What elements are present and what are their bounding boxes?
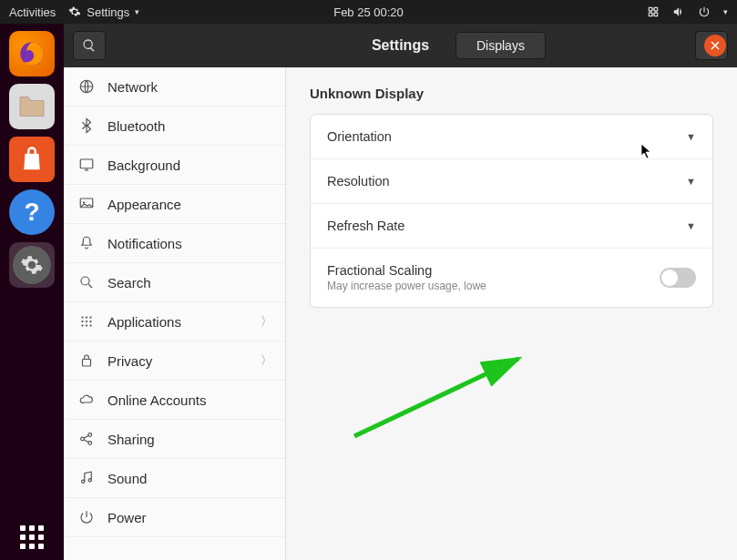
- sidebar-item-label: Background: [107, 158, 180, 173]
- svg-rect-15: [83, 360, 91, 367]
- bluetooth-icon: [78, 117, 95, 134]
- grid-icon: [78, 313, 95, 330]
- setting-label: Fractional Scaling: [327, 263, 486, 278]
- sidebar-item-label: Online Accounts: [107, 392, 206, 408]
- display-settings-group: Orientation ▼ Resolution ▼ Refresh Rate …: [310, 114, 713, 308]
- sidebar-item-network[interactable]: Network: [64, 67, 285, 107]
- settings-sidebar: Network Bluetooth Background Appearance …: [64, 67, 286, 560]
- svg-point-8: [89, 316, 91, 318]
- sidebar-item-power[interactable]: Power: [64, 498, 285, 537]
- sidebar-item-sound[interactable]: Sound: [64, 459, 285, 498]
- sidebar-item-appearance[interactable]: Appearance: [64, 185, 285, 224]
- sidebar-item-label: Appearance: [107, 197, 181, 212]
- search-icon: [78, 274, 95, 290]
- shopping-bag-icon: [18, 146, 46, 173]
- resolution-row[interactable]: Resolution ▼: [311, 159, 712, 204]
- svg-point-13: [86, 324, 87, 326]
- display-section-title: Unknown Display: [310, 86, 713, 101]
- close-button[interactable]: [704, 35, 726, 56]
- fractional-scaling-row: Fractional Scaling May increase power us…: [311, 249, 712, 307]
- share-icon: [78, 431, 95, 447]
- music-icon: [78, 470, 95, 486]
- search-icon: [82, 38, 97, 53]
- chevron-down-icon: ▼: [686, 220, 696, 231]
- svg-point-5: [81, 277, 89, 285]
- sidebar-item-privacy[interactable]: Privacy〉: [64, 341, 285, 381]
- bell-icon: [78, 235, 95, 251]
- svg-point-4: [83, 201, 85, 203]
- dock-files[interactable]: [9, 84, 55, 129]
- annotation-arrow: [350, 350, 532, 441]
- dock-firefox[interactable]: [9, 31, 55, 76]
- appearance-icon: [78, 196, 95, 212]
- app-menu-label: Settings: [87, 5, 129, 19]
- sidebar-item-label: Sharing: [107, 432, 155, 447]
- chevron-down-icon: ▼: [686, 176, 696, 187]
- chevron-right-icon: 〉: [261, 313, 272, 330]
- sidebar-item-online-accounts[interactable]: Online Accounts: [64, 381, 285, 420]
- svg-rect-2: [80, 159, 93, 168]
- chevron-down-icon: ▼: [686, 131, 696, 142]
- sidebar-item-label: Power: [107, 510, 147, 525]
- settings-window: Settings Displays Network Bluetooth Back…: [64, 24, 737, 560]
- sidebar-item-label: Notifications: [107, 236, 182, 251]
- sidebar-item-label: Privacy: [107, 353, 152, 369]
- sidebar-item-sharing[interactable]: Sharing: [64, 420, 285, 459]
- power-icon: [78, 509, 95, 525]
- sidebar-item-background[interactable]: Background: [64, 146, 285, 185]
- dock-software[interactable]: [9, 137, 55, 182]
- svg-point-6: [81, 316, 83, 318]
- sidebar-item-applications[interactable]: Applications〉: [64, 302, 285, 341]
- sidebar-item-label: Applications: [107, 314, 181, 330]
- gear-icon: [68, 5, 81, 18]
- clock[interactable]: Feb 25 00:20: [333, 5, 404, 19]
- system-menu-caret-icon[interactable]: ▾: [723, 7, 728, 16]
- volume-icon[interactable]: [672, 5, 685, 18]
- activities-button[interactable]: Activities: [9, 5, 56, 19]
- caret-down-icon: ▾: [135, 7, 139, 16]
- folder-icon: [17, 95, 46, 118]
- svg-point-20: [88, 479, 91, 482]
- headerbar: Settings Displays: [64, 24, 737, 67]
- dock: ?: [0, 24, 64, 560]
- window-title: Settings: [113, 37, 688, 54]
- sidebar-item-search[interactable]: Search: [64, 263, 285, 302]
- orientation-row[interactable]: Orientation ▼: [311, 115, 712, 159]
- app-menu[interactable]: Settings ▾: [68, 5, 139, 19]
- refresh-rate-row[interactable]: Refresh Rate ▼: [311, 204, 712, 249]
- power-icon[interactable]: [698, 5, 711, 18]
- svg-point-14: [89, 324, 91, 326]
- setting-label: Resolution: [327, 174, 390, 188]
- sidebar-item-label: Search: [107, 275, 151, 290]
- network-icon[interactable]: [647, 5, 660, 18]
- search-button[interactable]: [73, 31, 106, 60]
- svg-point-12: [81, 324, 83, 326]
- svg-point-11: [89, 321, 91, 322]
- cloud-icon: [78, 392, 95, 408]
- dock-settings[interactable]: [9, 242, 55, 288]
- top-panel: Activities Settings ▾ Feb 25 00:20 ▾: [0, 0, 737, 24]
- svg-line-21: [354, 359, 518, 436]
- firefox-icon: [16, 38, 47, 69]
- lock-icon: [78, 352, 95, 369]
- svg-point-19: [82, 480, 85, 483]
- sidebar-item-label: Network: [107, 79, 158, 95]
- setting-label: Refresh Rate: [327, 219, 404, 233]
- dock-help[interactable]: ?: [9, 189, 55, 235]
- content-pane: Unknown Display Orientation ▼ Resolution…: [286, 67, 737, 560]
- svg-point-10: [86, 321, 87, 322]
- sidebar-item-label: Bluetooth: [107, 118, 165, 134]
- sidebar-item-bluetooth[interactable]: Bluetooth: [64, 107, 285, 146]
- globe-icon: [78, 78, 95, 95]
- setting-label: Orientation: [327, 129, 392, 144]
- setting-sublabel: May increase power usage, lowe: [327, 280, 486, 292]
- fractional-scaling-switch[interactable]: [660, 268, 696, 288]
- svg-point-7: [86, 316, 87, 318]
- gear-icon: [20, 253, 44, 277]
- displays-context-button[interactable]: Displays: [456, 32, 546, 59]
- sidebar-item-label: Sound: [107, 471, 147, 486]
- sidebar-item-notifications[interactable]: Notifications: [64, 224, 285, 263]
- chevron-right-icon: 〉: [261, 352, 272, 369]
- dock-show-apps[interactable]: [20, 525, 44, 549]
- close-icon: [711, 41, 720, 50]
